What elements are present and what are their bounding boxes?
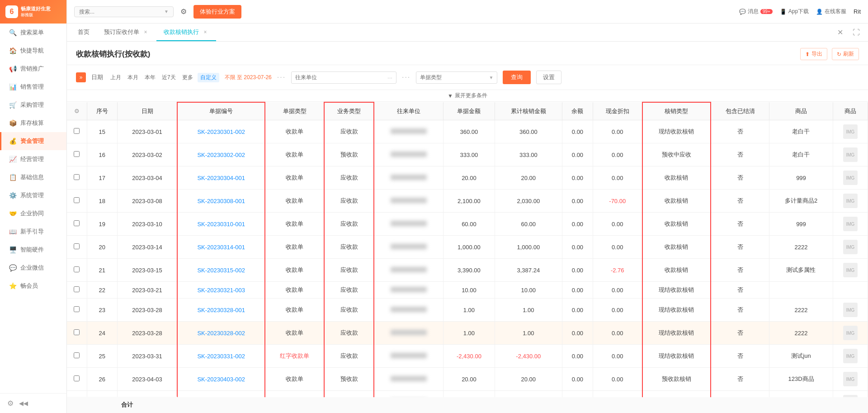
date-opt-more[interactable]: 更多 [180,73,195,82]
counterparty-input-group[interactable]: 往来单位 ··· [291,71,396,84]
receipt-no-link[interactable]: SK-20230328-001 [197,307,245,313]
tab-preorder[interactable]: 预订应收付单 × [97,24,156,41]
row-seq: 19 [87,213,118,236]
export-button[interactable]: ⬆ 导出 [800,48,827,60]
receipt-no-link[interactable]: SK-20230315-002 [197,267,245,274]
row-checkbox[interactable] [74,197,80,203]
row-checkbox[interactable] [74,375,80,381]
filter-settings-button[interactable]: 设置 [536,71,561,84]
tab-verification-close[interactable]: × [202,28,209,36]
sidebar-item-system[interactable]: ⚙️ 系统管理 [0,186,66,204]
row-checkbox-cell [67,190,87,213]
row-checkbox[interactable] [74,306,80,312]
row-receipt-no: SK-20230310-001 [177,213,265,236]
row-include-settled: 否 [711,166,769,190]
table-row: 172023-03-04SK-20230304-001收款单应收款20.0020… [67,166,868,190]
th-verified-amount: 累计核销金额 [495,102,562,120]
topbar-search-box[interactable]: ▼ [74,6,174,17]
row-checkbox[interactable] [74,128,80,134]
receipt-no-link[interactable]: SK-20230301-002 [197,128,245,135]
row-checkbox[interactable] [74,220,80,226]
notification-button[interactable]: 💬 消息 99+ [739,8,773,15]
expand-conditions-btn[interactable]: ▼ 展开更多条件 [448,92,487,100]
date-opt-7days[interactable]: 近7天 [160,73,178,82]
sidebar-item-sales[interactable]: 📊 销售管理 [0,78,66,96]
sidebar-item-cooperation-label: 企业协同 [20,209,44,218]
sidebar-item-member[interactable]: ⭐ 畅会员 [0,277,66,295]
receipt-no-link[interactable]: SK-20230304-001 [197,175,245,181]
tab-close-btn[interactable]: ✕ [834,26,846,39]
topbar-search-dropdown[interactable]: ▼ [164,9,169,14]
receipt-no-link[interactable]: SK-20230310-001 [197,221,245,228]
refresh-button[interactable]: ↻ 刷新 [832,48,859,60]
receipt-no-link[interactable]: SK-20230314-001 [197,244,245,251]
row-checkbox[interactable] [74,286,80,292]
row-checkbox[interactable] [74,243,80,249]
counterparty-input[interactable] [320,74,387,81]
date-opt-custom[interactable]: 自定义 [198,73,219,82]
receipt-no-link[interactable]: SK-20230321-003 [197,287,245,294]
app-download-button[interactable]: 📱 App下载 [780,8,809,15]
row-amount: 1.00 [443,299,495,322]
sidebar-item-wechat[interactable]: 💬 企业微信 [0,259,66,277]
logo-icon: 6 [5,5,18,18]
export-icon: ⬆ [805,51,810,57]
th-settings[interactable]: ⚙ [67,102,87,120]
row-receipt-type: 收款单 [265,236,324,259]
row-verify-type: 收款核销 [642,213,711,236]
sidebar-item-finance[interactable]: 💰 资金管理 [0,132,66,150]
date-opt-this-month[interactable]: 本月 [126,73,140,82]
sidebar-item-cooperation[interactable]: 🤝 企业协同 [0,204,66,223]
receipt-no-link[interactable]: SK-20230308-001 [197,198,245,204]
date-opt-last-month[interactable]: 上月 [108,73,123,82]
row-counterparty [374,322,443,345]
tab-fullscreen-btn[interactable]: ⛶ [850,26,863,39]
row-checkbox-cell [67,120,87,143]
row-checkbox[interactable] [74,151,80,157]
row-include-settled: 否 [711,299,769,322]
row-biz-type: 应收款 [324,345,374,368]
row-product: 123D商品 [769,368,833,391]
row-verified-amount: 20.00 [495,368,562,391]
online-service-button[interactable]: 👤 在线客服 [816,8,846,15]
row-checkbox[interactable] [74,266,80,272]
table-row: 232023-03-28SK-20230328-001收款单应收款1.001.0… [67,299,868,322]
topbar-right: 💬 消息 99+ 📱 App下载 👤 在线客服 Rit [739,8,861,15]
receipt-no-link[interactable]: SK-20230403-002 [197,376,245,383]
topbar-gear-button[interactable]: ⚙ [177,5,190,18]
tab-home[interactable]: 首页 [71,24,97,41]
tab-verification[interactable]: 收款核销执行 × [156,24,216,41]
trial-industry-button[interactable]: 体验行业方案 [193,5,241,19]
online-service-icon: 👤 [816,9,823,15]
user-text[interactable]: Rit [854,8,861,15]
query-button[interactable]: 查询 [503,71,531,84]
receipt-type-select[interactable]: 单据类型 ▼ [416,71,497,84]
topbar-search-input[interactable] [79,9,162,15]
row-checkbox[interactable] [74,352,80,358]
sidebar-item-marketing-label: 营销推广 [20,65,44,73]
receipt-no-link[interactable]: SK-20230331-002 [197,353,245,360]
date-opt-this-year[interactable]: 本年 [143,73,157,82]
sidebar-item-operation[interactable]: 📈 经营管理 [0,150,66,168]
filter-expand-btn[interactable]: » [76,72,86,82]
row-product-image: IMG [833,143,868,166]
sidebar-item-search[interactable]: 🔍 搜索菜单 [0,24,66,42]
row-include-settled: 否 [711,322,769,345]
row-product-image: IMG [833,259,868,282]
sidebar-settings-btn[interactable]: ⚙ [7,399,14,408]
sidebar-item-marketing[interactable]: 📢 营销推广 [0,60,66,78]
sidebar-item-shortcut[interactable]: 🏠 快捷导航 [0,42,66,60]
row-checkbox[interactable] [74,174,80,180]
tab-preorder-close[interactable]: × [142,28,149,36]
sidebar-item-guide[interactable]: 📖 新手引导 [0,223,66,241]
receipt-no-link[interactable]: SK-20230302-002 [197,152,245,158]
sidebar-item-basic[interactable]: 📋 基础信息 [0,168,66,186]
sidebar-collapse-btn[interactable]: ◀◀ [19,400,28,407]
expand-label: 展开更多条件 [455,92,487,100]
row-checkbox[interactable] [74,329,80,335]
sidebar-item-purchase[interactable]: 🛒 采购管理 [0,96,66,114]
sidebar-item-hardware[interactable]: 🖥️ 智能硬件 [0,241,66,259]
table-row: 212023-03-15SK-20230315-002收款单应收款3,390.0… [67,259,868,282]
sidebar-item-stock[interactable]: 📦 库存核算 [0,114,66,132]
receipt-no-link[interactable]: SK-20230328-002 [197,330,245,337]
